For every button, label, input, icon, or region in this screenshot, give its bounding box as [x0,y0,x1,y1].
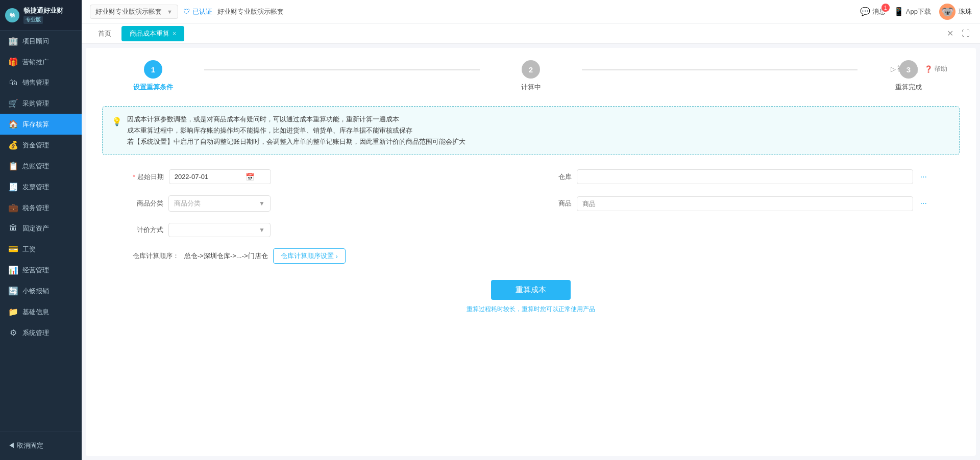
form-row-1: 起始日期 📅 仓库 ··· [133,169,929,184]
warehouse-order-value: 总仓->深圳仓库->...->门店仓 [184,251,268,261]
sidebar-item-accounting[interactable]: 📋总账管理 [0,156,82,176]
verified-text: 已认证 [192,7,212,16]
play-icon: ▷ [891,65,896,73]
notification-badge: 1 [881,4,890,12]
stepper-line-1 [204,69,480,70]
topbar: 好业财专业版演示帐套 ▼ 🛡 已认证 好业财专业版演示帐套 💬 消息 1 📱 A… [82,0,980,23]
form-section: 起始日期 📅 仓库 ··· 商品分类 商品分类 ▼ [102,169,960,264]
pricing-label: 计价方式 [133,225,163,235]
message-button[interactable]: 💬 消息 1 [860,7,886,16]
stepper: 1 设置重算条件 2 计算中 3 重算完成 ▷ 视频 [102,60,960,92]
start-date-field: 起始日期 📅 [133,169,521,184]
sidebar-item-inventory[interactable]: 🏠库存核算 [0,114,82,135]
tab-home[interactable]: 首页 [90,26,119,41]
sidebar-label-inventory: 库存核算 [22,120,49,129]
tab-close-window-btn[interactable]: ✕ [945,27,955,40]
step3-label: 重算完成 [895,83,922,92]
verified-badge: 🛡 已认证 [183,7,212,16]
category-select[interactable]: 商品分类 ▼ [168,195,271,212]
tab-home-label: 首页 [98,29,111,38]
warehouse-order-settings-btn[interactable]: 仓库计算顺序设置 › [273,248,346,264]
sidebar-item-tax[interactable]: 💼税务管理 [0,197,82,218]
recalc-button[interactable]: 重算成本 [491,280,571,300]
step1-label: 设置重算条件 [133,83,173,92]
pricing-select[interactable]: ▼ [168,223,271,237]
sidebar-icon-assets: 🏛 [8,224,18,233]
stepper-step-2: 2 计算中 [480,60,582,92]
warehouse-order-row: 仓库计算顺序： 总仓->深圳仓库->...->门店仓 仓库计算顺序设置 › [133,248,929,264]
sidebar: 畅 畅捷通好业财 专业版 🏢项目顾问🎁营销推广🛍销售管理🛒采购管理🏠库存核算💰资… [0,0,82,460]
step3-circle: 3 [899,60,918,79]
form-row-3: 计价方式 ▼ [133,223,929,237]
sidebar-icon-marketing: 🎁 [8,57,18,67]
sidebar-item-sales[interactable]: 🛍销售管理 [0,72,82,93]
app-download-label: App下载 [906,7,931,16]
sidebar-item-finance[interactable]: 💰资金管理 [0,135,82,156]
stepper-line-2 [582,69,857,70]
sidebar-label-tax: 税务管理 [22,203,49,213]
sidebar-label-assets: 固定资产 [22,224,49,233]
sidebar-unpin[interactable]: ◀ 取消固定 [0,437,82,455]
phone-icon: 📱 [894,7,904,16]
app-download-button[interactable]: 📱 App下载 [894,7,931,16]
tab-close-icon[interactable]: × [173,31,176,37]
sidebar-item-assets[interactable]: 🏛固定资产 [0,218,82,239]
notice-content: 因成本计算参数调整，或是对商品成本有疑问时，可以通过成本重算功能，重新计算一遍成… [127,114,465,147]
account-arrow-icon: ▼ [167,9,173,15]
sidebar-item-purchase[interactable]: 🛒采购管理 [0,93,82,114]
main-area: 好业财专业版演示帐套 ▼ 🛡 已认证 好业财专业版演示帐套 💬 消息 1 📱 A… [82,0,980,460]
sidebar-edition: 专业版 [23,16,43,24]
sidebar-icon-operations: 📊 [8,265,18,275]
help-label: 帮助 [934,64,947,73]
topbar-actions: 💬 消息 1 📱 App下载 🐨 珠珠 [860,4,972,20]
sidebar-title-block: 畅捷通好业财 专业版 [23,6,63,24]
sidebar-label-sales: 销售管理 [22,78,49,87]
sidebar-label-finance: 资金管理 [22,141,49,150]
sidebar-item-expense[interactable]: 🔄小畅报销 [0,280,82,301]
topbar-account-label: 好业财专业版演示帐套 [217,7,284,16]
sidebar-icon-system: ⚙ [8,328,18,338]
account-selector[interactable]: 好业财专业版演示帐套 ▼ [90,5,178,19]
sidebar-label-expense: 小畅报销 [22,287,49,296]
notice-line: 成本重算过程中，影响库存账的操作均不能操作，比如进货单、销货单、库存单据不能审核… [127,125,465,136]
category-arrow-icon: ▼ [259,200,265,207]
warehouse-order-label: 仓库计算顺序： [133,251,179,261]
sidebar-item-system[interactable]: ⚙系统管理 [0,322,82,343]
sidebar-logo: 畅 [5,8,19,22]
step3-number: 3 [906,65,911,74]
user-profile[interactable]: 🐨 珠珠 [939,4,972,20]
help-link[interactable]: ❓ 帮助 [924,64,947,73]
sidebar-item-operations[interactable]: 📊经营管理 [0,260,82,280]
step1-number: 1 [151,65,155,74]
calendar-icon[interactable]: 📅 [246,173,254,181]
sidebar-icon-project: 🏢 [8,36,18,46]
tab-recalc[interactable]: 商品成本重算 × [121,26,184,41]
sidebar-label-system: 系统管理 [22,328,49,338]
sidebar-item-invoice[interactable]: 🧾发票管理 [0,176,82,197]
sidebar-icon-sales: 🛍 [8,78,18,87]
warehouse-dots-icon[interactable]: ··· [918,172,929,182]
chevron-right-icon: › [336,252,338,260]
tab-recalc-label: 商品成本重算 [130,29,169,38]
sidebar-nav: 🏢项目顾问🎁营销推广🛍销售管理🛒采购管理🏠库存核算💰资金管理📋总账管理🧾发票管理… [0,31,82,431]
step2-number: 2 [529,65,533,74]
sidebar-item-marketing[interactable]: 🎁营销推广 [0,52,82,72]
sidebar-item-basic[interactable]: 📁基础信息 [0,301,82,322]
warehouse-field: 仓库 ··· [541,169,929,184]
product-dots-icon[interactable]: ··· [918,199,929,208]
start-date-label: 起始日期 [133,172,164,182]
product-input[interactable] [577,196,913,211]
message-icon: 💬 [860,7,870,16]
warehouse-input[interactable] [577,169,913,184]
sidebar-item-salary[interactable]: 💳工资 [0,239,82,260]
tab-expand-btn[interactable]: ⛶ [960,27,972,40]
sidebar-item-project[interactable]: 🏢项目顾问 [0,31,82,52]
category-placeholder: 商品分类 [174,199,201,208]
sidebar-icon-tax: 💼 [8,203,18,213]
sidebar-icon-basic: 📁 [8,307,18,317]
sidebar-header: 畅 畅捷通好业财 专业版 [0,0,82,31]
question-icon: ❓ [924,65,933,73]
start-date-input[interactable] [169,169,271,184]
notice-icon: 💡 [112,115,122,147]
warehouse-settings-label: 仓库计算顺序设置 [281,251,334,261]
